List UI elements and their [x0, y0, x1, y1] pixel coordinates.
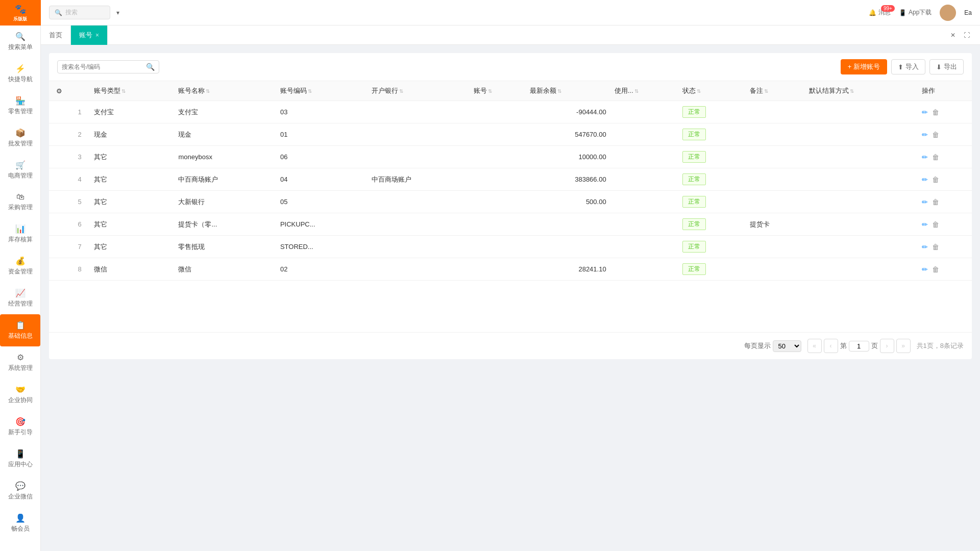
col-bank[interactable]: 开户银行⇅: [368, 81, 469, 101]
delete-icon[interactable]: 🗑: [932, 265, 939, 273]
edit-icon[interactable]: ✏: [922, 220, 928, 229]
add-account-button[interactable]: + 新增账号: [841, 59, 887, 74]
sidebar-item-basic-info[interactable]: 📋 基础信息: [0, 314, 40, 346]
tab-fullscreen-button[interactable]: ⛶: [960, 30, 974, 41]
edit-icon[interactable]: ✏: [922, 108, 928, 116]
search-input[interactable]: [62, 63, 143, 70]
row-code: 01: [276, 123, 368, 146]
sidebar-item-quick-nav[interactable]: ⚡ 快捷导航: [0, 58, 40, 90]
sidebar-item-search[interactable]: 🔍 搜索菜单: [0, 26, 40, 58]
search-menu-icon: 🔍: [15, 32, 26, 41]
edit-icon[interactable]: ✏: [922, 243, 928, 251]
avatar[interactable]: [940, 5, 956, 21]
page-size-select[interactable]: 50 20 100: [773, 340, 801, 352]
delete-icon[interactable]: 🗑: [932, 108, 939, 116]
row-balance: 28241.10: [526, 258, 610, 281]
delete-icon[interactable]: 🗑: [932, 176, 939, 184]
col-remark[interactable]: 备注⇅: [746, 81, 805, 101]
col-usage[interactable]: 使用...⇅: [610, 81, 678, 101]
edit-icon[interactable]: ✏: [922, 265, 928, 273]
search-box[interactable]: 🔍: [57, 60, 159, 73]
sidebar-item-retail[interactable]: 🏪 零售管理: [0, 90, 40, 122]
sidebar-item-guide[interactable]: 🎯 新手引导: [0, 411, 40, 443]
header-dropdown[interactable]: ▾: [116, 9, 119, 16]
edit-icon[interactable]: ✏: [922, 176, 928, 184]
export-button[interactable]: ⬇ 导出: [929, 59, 964, 74]
tab-home[interactable]: 首页: [41, 26, 71, 45]
sidebar-item-app-center[interactable]: 📱 应用中心: [0, 443, 40, 475]
app-download-button[interactable]: 📱 App下载: [899, 8, 932, 17]
purchase-icon: 🛍: [16, 192, 24, 202]
table-wrap: ⚙ 账号类型⇅ 账号名称⇅ 账号编码⇅ 开户银行⇅ 账号⇅ 最新余额⇅ 使用..…: [49, 81, 972, 332]
sidebar-item-operations[interactable]: 📈 经营管理: [0, 282, 40, 314]
delete-icon[interactable]: 🗑: [932, 131, 939, 139]
row-account: [470, 168, 526, 191]
row-bank: 中百商场账户: [368, 168, 469, 191]
row-bank: [368, 146, 469, 168]
sidebar-item-system[interactable]: ⚙ 系统管理: [0, 346, 40, 379]
sidebar-item-app-label: 应用中心: [8, 460, 33, 469]
tab-account[interactable]: 账号 ×: [71, 26, 108, 45]
next-page-button[interactable]: ›: [880, 339, 894, 353]
last-page-button[interactable]: »: [896, 339, 911, 353]
table-row: 3 其它 moneybosx 06 10000.00 正常 ✏ 🗑: [49, 146, 972, 168]
row-settlement: [805, 258, 918, 281]
col-index: [69, 81, 90, 101]
row-gear: [49, 213, 69, 236]
sidebar-item-finance[interactable]: 💰 资金管理: [0, 250, 40, 282]
sidebar-item-inventory[interactable]: 📊 库存核算: [0, 218, 40, 250]
delete-icon[interactable]: 🗑: [932, 153, 939, 161]
col-name[interactable]: 账号名称⇅: [174, 81, 276, 101]
col-settings[interactable]: ⚙: [49, 81, 69, 101]
row-account: [470, 191, 526, 213]
row-index: 5: [69, 191, 90, 213]
row-actions: ✏ 🗑: [918, 236, 972, 258]
header-search-box[interactable]: 🔍 搜索: [49, 6, 110, 19]
col-account[interactable]: 账号⇅: [470, 81, 526, 101]
col-type[interactable]: 账号类型⇅: [90, 81, 174, 101]
sidebar-item-enterprise-wechat[interactable]: 💬 企业微信: [0, 475, 40, 507]
edit-icon[interactable]: ✏: [922, 153, 928, 161]
main-area: 🔍 搜索 ▾ 🔔 消息 99+ 📱 App下载 Ea 首页: [41, 0, 980, 551]
row-usage: [610, 191, 678, 213]
prev-page-button[interactable]: ‹: [824, 339, 838, 353]
sidebar-item-member[interactable]: 👤 畅会员: [0, 507, 40, 539]
row-code: 03: [276, 101, 368, 123]
col-balance[interactable]: 最新余额⇅: [526, 81, 610, 101]
delete-icon[interactable]: 🗑: [932, 220, 939, 229]
row-gear: [49, 168, 69, 191]
status-badge: 正常: [682, 106, 706, 118]
page-label: 第: [840, 341, 847, 350]
col-code[interactable]: 账号编码⇅: [276, 81, 368, 101]
page-number-input[interactable]: [849, 341, 869, 352]
row-status: 正常: [678, 213, 746, 236]
row-code: 05: [276, 191, 368, 213]
row-balance: -90444.00: [526, 101, 610, 123]
row-settlement: [805, 123, 918, 146]
import-button[interactable]: ⬆ 导入: [891, 59, 925, 74]
tab-close-button[interactable]: ✕: [946, 30, 960, 41]
sidebar-item-collab[interactable]: 🤝 企业协同: [0, 379, 40, 411]
header-search-placeholder: 搜索: [65, 8, 78, 17]
sidebar-item-ecommerce[interactable]: 🛒 电商管理: [0, 154, 40, 186]
first-page-button[interactable]: «: [807, 339, 822, 353]
row-remark: 提货卡: [746, 213, 805, 236]
edit-icon[interactable]: ✏: [922, 131, 928, 139]
sidebar-item-purchase[interactable]: 🛍 采购管理: [0, 186, 40, 218]
row-balance: 500.00: [526, 191, 610, 213]
row-actions: ✏ 🗑: [918, 101, 972, 123]
edit-icon[interactable]: ✏: [922, 198, 928, 206]
sidebar-item-finance-label: 资金管理: [8, 267, 33, 276]
tab-close-icon[interactable]: ×: [95, 32, 99, 39]
delete-icon[interactable]: 🗑: [932, 198, 939, 206]
col-settlement[interactable]: 默认结算方式⇅: [805, 81, 918, 101]
row-name: moneybosx: [174, 146, 276, 168]
page-suffix: 页: [871, 341, 878, 350]
username[interactable]: Ea: [964, 9, 972, 16]
col-status[interactable]: 状态⇅: [678, 81, 746, 101]
row-account: [470, 123, 526, 146]
ecommerce-icon: 🛒: [15, 160, 26, 170]
message-button[interactable]: 🔔 消息 99+: [869, 8, 891, 17]
delete-icon[interactable]: 🗑: [932, 243, 939, 251]
sidebar-item-wholesale[interactable]: 📦 批发管理: [0, 122, 40, 154]
